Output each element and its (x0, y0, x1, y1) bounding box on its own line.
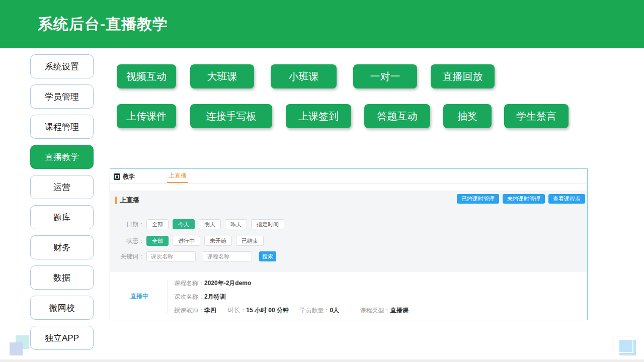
date-filter-label: 日期： (115, 220, 144, 229)
panel-header-buttons: 已约课时管理 未约课时管理 查看课程表 (457, 194, 585, 204)
date-filter-today[interactable]: 今天 (173, 219, 195, 229)
page: 系统后台-直播教学 系统设置 学员管理 课程管理 直播教学 运营 题库 财务 数… (0, 0, 644, 362)
date-filter-tomorrow[interactable]: 明天 (199, 219, 221, 229)
session-name-label: 课次名称： (174, 293, 204, 300)
status-filter-row: 状态： 全部 进行中 未开始 已结束 (115, 236, 268, 246)
session-name-line: 课次名称：2月特训 (174, 294, 408, 300)
tab-go-live[interactable]: 上直播 (167, 169, 188, 183)
panel-app-title: 教学 (123, 172, 135, 181)
sidebar-item-operations[interactable]: 运营 (30, 175, 94, 199)
sidebar-item-data[interactable]: 数据 (30, 265, 94, 290)
unbooked-hours-button[interactable]: 未约课时管理 (503, 194, 545, 204)
panel-app: 教学 (114, 172, 135, 181)
live-status-label: 直播中 (130, 292, 148, 301)
duration-label: 时长： (228, 307, 246, 314)
page-title: 系统后台-直播教学 (38, 14, 168, 34)
course-name-line: 课程名称：2020年-2月demo (174, 280, 408, 287)
section-title-bar (115, 197, 117, 204)
teaching-app-icon (114, 173, 120, 180)
feature-button-one-on-one[interactable]: 一对一 (353, 64, 417, 88)
course-name-input[interactable] (203, 251, 252, 261)
feature-button-video-interaction[interactable]: 视频互动 (117, 64, 176, 88)
feature-button-large-class[interactable]: 大班课 (190, 64, 254, 88)
course-name-label: 课程名称： (174, 280, 204, 287)
status-filter-not-started[interactable]: 未开始 (204, 236, 232, 246)
feature-button-student-mute[interactable]: 学生禁言 (504, 104, 569, 128)
feature-button-quiz-interaction[interactable]: 答题互动 (364, 104, 430, 128)
page-header: 系统后台-直播教学 (0, 0, 644, 48)
row-divider (168, 280, 168, 313)
feature-button-class-checkin[interactable]: 上课签到 (286, 104, 351, 128)
view-schedule-button[interactable]: 查看课程表 (548, 194, 585, 204)
course-info: 课程名称：2020年-2月demo 课次名称：2月特训 授课教师：李四 时长：1… (174, 280, 408, 321)
date-filter-yesterday[interactable]: 昨天 (225, 219, 247, 229)
date-filter-custom[interactable]: 指定时间 (251, 219, 284, 229)
status-filter-label: 状态： (115, 237, 144, 245)
teacher-value: 李四 (204, 307, 216, 314)
course-type-label: 课程类型： (360, 307, 390, 314)
feature-row-1: 视频互动 大班课 小班课 一对一 直播回放 (117, 64, 495, 88)
decor-square-outline-right (614, 337, 633, 353)
sidebar-item-micro-school[interactable]: 微网校 (30, 296, 94, 320)
feature-button-lottery[interactable]: 抽奖 (443, 104, 492, 128)
status-filter-ended[interactable]: 已结束 (236, 236, 264, 246)
booked-hours-button[interactable]: 已约课时管理 (457, 194, 499, 204)
sidebar-item-standalone-app[interactable]: 独立APP (30, 326, 94, 350)
bottom-strip (0, 359, 644, 362)
course-meta-line: 授课教师：李四 时长：15 小时 00 分钟 学员数量：0人 课程类型：直播课 (174, 307, 408, 314)
sidebar-item-live-teaching[interactable]: 直播教学 (30, 145, 94, 169)
section-title: 上直播 (115, 196, 139, 205)
admin-panel: 教学 上直播 上直播 已约课时管理 未约课时管理 查看课程表 日期： 全部 今天… (110, 168, 588, 320)
decor-square-lavender-left (10, 342, 23, 355)
keyword-filter-label: 关键词： (115, 252, 144, 261)
keyword-filter-row: 关键词： 搜索 (115, 251, 276, 261)
panel-filter-section: 上直播 已约课时管理 未约课时管理 查看课程表 日期： 全部 今天 明天 昨天 … (110, 191, 587, 272)
panel-tab-bar: 教学 上直播 (110, 169, 587, 184)
sidebar-item-finance[interactable]: 财务 (30, 235, 94, 259)
feature-button-upload-courseware[interactable]: 上传课件 (117, 104, 176, 128)
session-name-input[interactable] (146, 251, 196, 261)
course-list-row: 直播中 课程名称：2020年-2月demo 课次名称：2月特训 授课教师：李四 … (110, 272, 587, 320)
sidebar-item-student-management[interactable]: 学员管理 (30, 84, 94, 109)
date-filter-all[interactable]: 全部 (146, 219, 169, 229)
course-name-value: 2020年-2月demo (204, 280, 251, 287)
feature-button-small-class[interactable]: 小班课 (271, 64, 337, 88)
duration-value: 15 小时 00 分钟 (246, 307, 289, 314)
students-label: 学员数量： (299, 307, 330, 314)
feature-row-2: 上传课件 连接手写板 上课签到 答题互动 抽奖 学生禁言 (117, 104, 569, 128)
feature-button-live-replay[interactable]: 直播回放 (431, 64, 495, 88)
course-type-value: 直播课 (390, 307, 408, 314)
students-value: 0人 (330, 307, 339, 314)
date-filter-row: 日期： 全部 今天 明天 昨天 指定时间 (115, 219, 288, 229)
teacher-label: 授课教师： (174, 307, 204, 314)
sidebar-item-course-management[interactable]: 课程管理 (30, 115, 94, 139)
feature-button-connect-writing-tablet[interactable]: 连接手写板 (190, 104, 272, 128)
sidebar: 系统设置 学员管理 课程管理 直播教学 运营 题库 财务 数据 微网校 独立AP… (30, 54, 94, 356)
session-name-value: 2月特训 (204, 293, 226, 300)
status-filter-ongoing[interactable]: 进行中 (173, 236, 200, 246)
section-title-text: 上直播 (120, 196, 139, 205)
sidebar-item-system-settings[interactable]: 系统设置 (30, 54, 94, 78)
sidebar-item-question-bank[interactable]: 题库 (30, 205, 94, 229)
status-filter-all[interactable]: 全部 (146, 236, 169, 246)
search-button[interactable]: 搜索 (259, 251, 276, 261)
